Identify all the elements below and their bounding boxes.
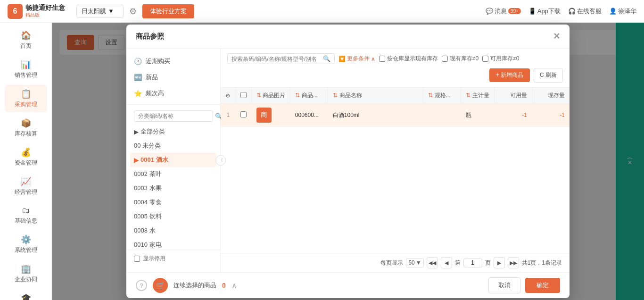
sidebar-item-enterprise[interactable]: 🏢 企业协同	[5, 260, 47, 287]
collapse-left-panel-btn[interactable]: 《	[215, 155, 226, 166]
username-label[interactable]: 👤 徐泽华	[609, 7, 636, 16]
tree-label-3: 0003 水果	[134, 184, 162, 192]
row-unit-cell: 瓶	[461, 104, 494, 127]
sidebar-item-label: 库存核算	[15, 130, 37, 138]
add-product-btn[interactable]: + 新增商品	[489, 68, 530, 82]
avail-nonzero-checkbox-label[interactable]: 可用库存≠0	[482, 55, 519, 63]
sidebar-item-operations[interactable]: 📈 经营管理	[5, 173, 47, 200]
col-name-header: ⇅ 商品名称	[328, 88, 423, 104]
prev-page-btn[interactable]: ◀	[441, 257, 452, 268]
sidebar-item-sales[interactable]: 📊 销售管理	[5, 56, 47, 83]
col-settings[interactable]: ⚙	[221, 88, 236, 104]
tree-item-7[interactable]: 0010 家电	[130, 238, 216, 250]
tree-label-6: 0008 水	[134, 226, 156, 235]
by-warehouse-checkbox[interactable]	[379, 56, 385, 62]
new-icon: 🆕	[134, 74, 142, 81]
collapse-footer-btn[interactable]: ∧	[231, 281, 237, 290]
row-name-cell: 白酒100ml	[328, 104, 423, 127]
page-of-label: 页	[485, 259, 491, 267]
col-img-header: ⇅ 商品图片	[252, 88, 290, 104]
show-stopped-checkbox[interactable]	[134, 256, 140, 262]
sidebar: 🏠 首页 📊 销售管理 📋 采购管理 📦 库存核算 💰 资金管理 📈 经营管理 …	[0, 23, 52, 300]
stock-nonzero-checkbox[interactable]	[442, 56, 448, 62]
row-checkbox-cell[interactable]	[236, 104, 252, 127]
cancel-btn[interactable]: 取消	[488, 277, 520, 293]
tree-item-1[interactable]: ▶ 0001 酒水	[130, 153, 216, 167]
tree-label-1: 0001 酒水	[140, 156, 168, 164]
filter-icon: 🔽	[339, 56, 346, 62]
sidebar-item-guide[interactable]: 🎓 新手引导	[5, 289, 47, 300]
help-btn[interactable]: ?	[136, 280, 147, 291]
sidebar-item-finance[interactable]: 💰 资金管理	[5, 143, 47, 171]
sidebar-item-system[interactable]: ⚙️ 系统管理	[5, 231, 47, 258]
tree-item-all[interactable]: ▶ 全部分类	[130, 125, 216, 139]
tree-item-5[interactable]: 0005 饮料	[130, 209, 216, 224]
sort-arrow-name: ⇅	[333, 92, 338, 99]
modal-close-icon[interactable]: ✕	[553, 31, 560, 42]
refresh-btn[interactable]: C 刷新	[534, 68, 563, 83]
sidebar-item-label: 首页	[20, 42, 32, 50]
col-spec-header: ⇅ 规格...	[423, 88, 461, 104]
row-checkbox[interactable]	[240, 111, 247, 117]
stock-nonzero-checkbox-label[interactable]: 现有库存≠0	[442, 55, 479, 63]
recent-purchase-item[interactable]: 🕐 近期购买	[126, 53, 220, 69]
brand-name: 畅捷通好生意	[25, 4, 65, 12]
gear-icon[interactable]: ⚙	[129, 6, 137, 17]
product-table-wrap: ⚙ ⇅ 商品图片 ⇅ 商品...	[221, 88, 570, 253]
next-page-btn[interactable]: ▶	[494, 257, 505, 268]
messages-label[interactable]: 💬 消息 99+	[486, 7, 521, 16]
online-service-link[interactable]: 🎧 在线客服	[568, 7, 602, 16]
more-filter-btn[interactable]: 🔽 更多条件 ∧	[339, 55, 375, 63]
tree-label-4: 0004 零食	[134, 198, 162, 207]
select-all-checkbox[interactable]	[240, 92, 247, 98]
basic-icon: 🗂	[22, 206, 30, 216]
nav-selector[interactable]: 日太阳膜 ▼	[76, 5, 124, 18]
table-row[interactable]: 1 商 000600... 白酒100ml 瓶	[221, 104, 570, 127]
sidebar-item-purchase[interactable]: 📋 采购管理	[5, 85, 47, 112]
messages-badge: 99+	[508, 8, 521, 14]
per-page-select[interactable]: 50 ▼	[406, 258, 423, 267]
row-spec-cell	[423, 104, 461, 127]
cart-btn[interactable]: 🛒	[153, 278, 168, 293]
new-label: 新品	[146, 73, 158, 82]
first-page-btn[interactable]: ◀◀	[427, 257, 438, 268]
product-search-icon[interactable]: 🔍	[323, 55, 330, 62]
new-products-item[interactable]: 🆕 新品	[126, 69, 220, 85]
tree-item-3[interactable]: 0003 水果	[130, 181, 216, 195]
enterprise-icon: 🏢	[21, 264, 31, 274]
tree-label-2: 0002 茶叶	[134, 170, 162, 178]
main-layout: 🏠 首页 📊 销售管理 📋 采购管理 📦 库存核算 💰 资金管理 📈 经营管理 …	[0, 23, 644, 300]
show-stopped-row: 显示停用	[126, 250, 220, 267]
product-table: ⚙ ⇅ 商品图片 ⇅ 商品...	[221, 88, 570, 127]
product-search-input[interactable]	[231, 56, 321, 62]
page-input[interactable]	[463, 258, 482, 267]
freq-high-item[interactable]: ⭐ 频次高	[126, 85, 220, 101]
sidebar-item-label: 采购管理	[15, 100, 37, 108]
tree-item-6[interactable]: 0008 水	[130, 224, 216, 238]
right-panel: 🔍 🔽 更多条件 ∧ 按仓库显示现有库存	[221, 49, 570, 272]
confirm-btn[interactable]: 确定	[525, 278, 560, 293]
show-stopped-label: 显示停用	[143, 255, 165, 263]
pagination: 每页显示 50 ▼ ◀◀ ◀ 第 页 ▶ ▶▶ 共	[221, 253, 570, 272]
by-warehouse-checkbox-label[interactable]: 按仓库显示现有库存	[379, 55, 438, 63]
sidebar-item-label: 企业协同	[15, 275, 37, 283]
cart-count: 0	[222, 282, 226, 289]
per-page-arrow: ▼	[416, 259, 421, 266]
sidebar-item-inventory[interactable]: 📦 库存核算	[5, 114, 47, 142]
app-download-link[interactable]: 📱 App下载	[528, 7, 561, 16]
sidebar-item-basic[interactable]: 🗂 基础信息	[5, 202, 47, 229]
category-search-input[interactable]	[134, 110, 213, 122]
tree-item-2[interactable]: 0002 茶叶	[130, 167, 216, 181]
tree-item-0[interactable]: 00 未分类	[130, 139, 216, 153]
sidebar-item-home[interactable]: 🏠 首页	[5, 26, 47, 54]
sidebar-item-label: 基础信息	[15, 217, 37, 225]
tree-item-4[interactable]: 0004 零食	[130, 195, 216, 209]
purchase-icon: 📋	[21, 89, 31, 99]
col-select-all[interactable]	[236, 88, 252, 104]
avail-nonzero-checkbox[interactable]	[482, 56, 488, 62]
sort-arrow-img: ⇅	[256, 92, 261, 99]
experience-btn[interactable]: 体验行业方案	[142, 4, 194, 18]
last-page-btn[interactable]: ▶▶	[508, 257, 519, 268]
modal-overlay: 商品参照 ✕ 🕐 近期购买 🆕 新品	[52, 23, 644, 300]
sort-arrow-spec: ⇅	[428, 92, 433, 99]
